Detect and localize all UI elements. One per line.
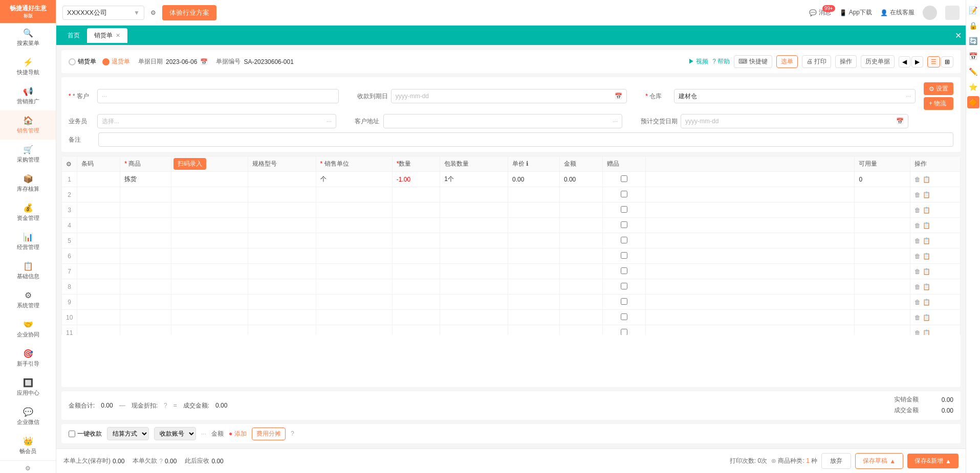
note-input[interactable] bbox=[98, 132, 953, 147]
row-product[interactable] bbox=[120, 295, 171, 310]
copy-icon[interactable]: 📋 bbox=[923, 176, 930, 183]
row-price[interactable] bbox=[508, 295, 560, 310]
row-qty[interactable] bbox=[392, 233, 440, 249]
discount-help-icon[interactable]: ? bbox=[164, 402, 167, 409]
sidebar-item-wechat[interactable]: 💬 企业微信 bbox=[0, 402, 56, 431]
row-amount[interactable] bbox=[559, 264, 602, 279]
copy-icon[interactable]: 📋 bbox=[923, 299, 930, 306]
history-btn[interactable]: 历史单据 bbox=[861, 55, 895, 68]
row-amount[interactable]: 0.00 bbox=[559, 172, 602, 187]
row-qty[interactable] bbox=[392, 264, 440, 279]
row-unit[interactable] bbox=[316, 249, 392, 264]
row-pkg-qty[interactable] bbox=[440, 325, 508, 335]
account-select[interactable]: 收款账号 bbox=[154, 427, 196, 440]
row-amount[interactable] bbox=[559, 202, 602, 218]
row-product[interactable] bbox=[120, 202, 171, 218]
delete-icon[interactable]: 🗑 bbox=[914, 222, 921, 229]
row-product[interactable] bbox=[120, 233, 171, 249]
delete-icon[interactable]: 🗑 bbox=[914, 329, 921, 335]
row-gift[interactable] bbox=[602, 218, 645, 233]
message-btn[interactable]: 💬 消息 99+ bbox=[809, 8, 831, 17]
row-price[interactable] bbox=[508, 264, 560, 279]
row-price[interactable] bbox=[508, 218, 560, 233]
row-barcode[interactable] bbox=[77, 233, 120, 249]
row-barcode[interactable] bbox=[77, 172, 120, 187]
delete-icon[interactable]: 🗑 bbox=[914, 314, 921, 321]
tab-close-icon[interactable]: ✕ bbox=[116, 32, 120, 39]
app-download-btn[interactable]: 📱 App下载 bbox=[839, 8, 872, 17]
right-panel-star[interactable]: ⭐ bbox=[967, 81, 979, 93]
row-qty[interactable] bbox=[392, 310, 440, 325]
row-price[interactable] bbox=[508, 187, 560, 202]
row-pkg-qty[interactable] bbox=[440, 249, 508, 264]
calendar-icon-3[interactable]: 📅 bbox=[896, 118, 904, 125]
copy-icon[interactable]: 📋 bbox=[923, 237, 930, 244]
row-barcode[interactable] bbox=[77, 249, 120, 264]
col-settings[interactable]: ⚙ bbox=[62, 156, 77, 172]
row-gift[interactable] bbox=[602, 325, 645, 335]
one-click-payment-checkbox[interactable]: 一键收款 bbox=[69, 430, 102, 438]
copy-icon[interactable]: 📋 bbox=[923, 329, 930, 335]
row-spec[interactable] bbox=[248, 295, 316, 310]
row-price[interactable] bbox=[508, 233, 560, 249]
salesperson-input[interactable]: 选择... ··· bbox=[97, 114, 336, 128]
fee-split-btn[interactable]: 费用分摊 bbox=[252, 427, 286, 440]
operate-btn[interactable]: 操作 bbox=[835, 55, 857, 68]
row-spec[interactable] bbox=[248, 264, 316, 279]
sidebar-item-operations[interactable]: 📊 经营管理 bbox=[0, 227, 56, 256]
radio-return-order[interactable]: 退货单 bbox=[102, 57, 130, 66]
sidebar-item-sales-mgmt[interactable]: 🏠 销售管理 bbox=[0, 110, 56, 140]
row-qty[interactable] bbox=[392, 325, 440, 335]
row-gift[interactable] bbox=[602, 249, 645, 264]
row-price[interactable]: 0.00 bbox=[508, 172, 560, 187]
row-gift[interactable] bbox=[602, 279, 645, 295]
row-product[interactable] bbox=[120, 310, 171, 325]
row-unit[interactable] bbox=[316, 218, 392, 233]
copy-icon[interactable]: 📋 bbox=[923, 314, 930, 321]
row-qty[interactable] bbox=[392, 249, 440, 264]
row-unit[interactable] bbox=[316, 233, 392, 249]
row-pkg-qty[interactable] bbox=[440, 295, 508, 310]
row-amount[interactable] bbox=[559, 310, 602, 325]
sidebar-item-purchase-mgmt[interactable]: 🛒 采购管理 bbox=[0, 140, 56, 169]
print-btn[interactable]: 🖨 打印 bbox=[802, 55, 831, 68]
save-draft-btn[interactable]: 保存草稿 ▲ bbox=[855, 453, 903, 469]
row-amount[interactable] bbox=[559, 187, 602, 202]
row-price[interactable] bbox=[508, 279, 560, 295]
fee-help-icon[interactable]: ? bbox=[291, 430, 294, 437]
row-pkg-qty[interactable]: 1个 bbox=[440, 172, 508, 187]
delete-icon[interactable]: 🗑 bbox=[914, 299, 921, 306]
row-gift[interactable] bbox=[602, 264, 645, 279]
row-amount[interactable] bbox=[559, 233, 602, 249]
row-amount[interactable] bbox=[559, 279, 602, 295]
tab-home[interactable]: 首页 bbox=[60, 28, 87, 43]
scan-btn[interactable]: 扫码录入 bbox=[173, 158, 206, 170]
col-scan[interactable]: 扫码录入 bbox=[171, 156, 248, 172]
tab-sales[interactable]: 销货单 ✕ bbox=[87, 28, 127, 43]
goods-type-icon[interactable]: ⊙ bbox=[771, 457, 776, 464]
row-price[interactable] bbox=[508, 249, 560, 264]
row-pkg-qty[interactable] bbox=[440, 218, 508, 233]
row-product[interactable] bbox=[120, 279, 171, 295]
row-barcode[interactable] bbox=[77, 279, 120, 295]
save-new-btn[interactable]: 保存&新增 ▲ bbox=[907, 454, 959, 468]
row-pkg-qty[interactable] bbox=[440, 233, 508, 249]
row-spec[interactable] bbox=[248, 325, 316, 335]
row-qty[interactable]: -1.00 bbox=[392, 172, 440, 187]
row-product[interactable] bbox=[120, 249, 171, 264]
row-amount[interactable] bbox=[559, 218, 602, 233]
right-panel-edit[interactable]: 📝 bbox=[967, 4, 979, 16]
row-pkg-qty[interactable] bbox=[440, 187, 508, 202]
row-barcode[interactable] bbox=[77, 187, 120, 202]
online-service-btn[interactable]: 👤 在线客服 bbox=[880, 8, 914, 17]
row-qty[interactable] bbox=[392, 218, 440, 233]
expected-delivery-input[interactable]: yyyy-mm-dd 📅 bbox=[681, 114, 908, 128]
row-gift[interactable] bbox=[602, 172, 645, 187]
row-product[interactable] bbox=[120, 218, 171, 233]
row-pkg-qty[interactable] bbox=[440, 202, 508, 218]
video-link[interactable]: ▶ 视频 bbox=[688, 57, 708, 66]
copy-icon[interactable]: 📋 bbox=[923, 253, 930, 260]
row-product[interactable] bbox=[120, 325, 171, 335]
right-panel-lock[interactable]: 🔒 bbox=[967, 19, 979, 32]
user-menu[interactable] bbox=[945, 6, 960, 20]
